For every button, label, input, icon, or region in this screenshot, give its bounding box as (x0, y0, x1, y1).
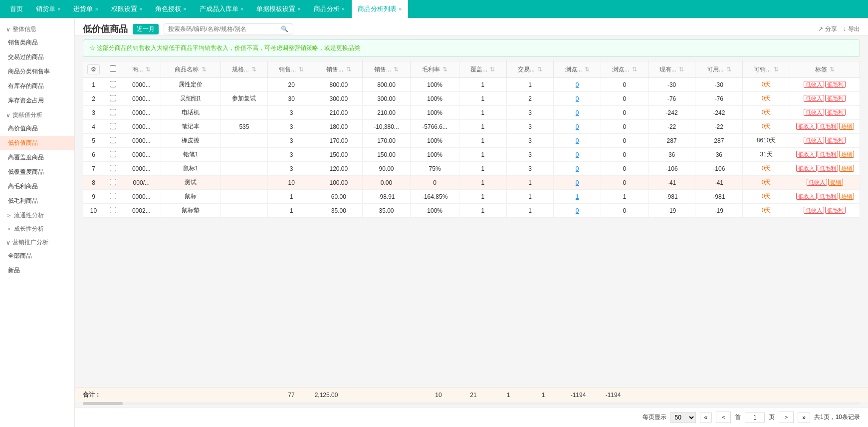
search-icon[interactable]: 🔍 (281, 25, 288, 32)
sidebar-item-low-coverage[interactable]: 低覆盖度商品 (0, 165, 74, 179)
col-code[interactable]: 商... ⇅ (122, 61, 161, 78)
browse-link[interactable]: 0 (576, 207, 579, 214)
cell-checkbox[interactable] (104, 190, 122, 204)
cell-checkbox[interactable] (104, 162, 122, 176)
sidebar-item-low-value[interactable]: 低价值商品 (0, 136, 74, 150)
nav-product-analysis-list[interactable]: 商品分析列表 × (352, 0, 408, 18)
share-button[interactable]: ↗ 分享 (818, 25, 837, 33)
row-checkbox[interactable] (110, 193, 116, 199)
cell-browse1: 0 (554, 120, 601, 134)
nav-product-inbound[interactable]: 产成品入库单 × (194, 0, 249, 18)
cell-checkbox[interactable] (104, 176, 122, 190)
nav-home[interactable]: 首页 (4, 0, 29, 18)
nav-sales-order[interactable]: 销货单 × (30, 0, 66, 18)
col-transaction[interactable]: 交易... ⇅ (506, 61, 554, 78)
sidebar-group-growth[interactable]: ＞ 成长性分析 (0, 222, 74, 235)
cell-margin: -164.85% (411, 190, 459, 204)
browse-link[interactable]: 0 (576, 81, 579, 88)
sidebar-item-traded-products[interactable]: 交易过的商品 (0, 50, 74, 64)
sidebar-item-high-margin[interactable]: 高毛利商品 (0, 179, 74, 194)
sidebar-group-contribution[interactable]: ∨ 贡献值分析 (0, 108, 74, 121)
browse-link[interactable]: 0 (576, 179, 579, 186)
nav-role-auth[interactable]: 角色授权 × (149, 0, 192, 18)
time-filter-button[interactable]: 近一月 (133, 24, 159, 34)
browse-link[interactable]: 0 (576, 165, 579, 172)
gear-column-header[interactable]: ⚙ (83, 61, 104, 78)
nav-permission[interactable]: 权限设置 × (105, 0, 148, 18)
cell-checkbox[interactable] (104, 148, 122, 162)
checkbox-column-header[interactable] (104, 61, 122, 78)
col-coverage[interactable]: 覆盖... ⇅ (459, 61, 506, 78)
row-checkbox[interactable] (110, 165, 116, 171)
col-name[interactable]: 商品名称 ⇅ (161, 61, 220, 78)
cell-spec (220, 106, 268, 120)
sidebar-group-overview[interactable]: ∨ 整体信息 (0, 22, 74, 35)
cell-available-stock: 36 (695, 148, 743, 162)
cell-checkbox[interactable] (104, 106, 122, 120)
col-sales-avg[interactable]: 销售... ⇅ (362, 61, 411, 78)
sidebar-item-capital-occupation[interactable]: 库存资金占用 (0, 93, 74, 108)
sidebar-item-high-coverage[interactable]: 高覆盖度商品 (0, 150, 74, 165)
browse-link[interactable]: 0 (576, 151, 579, 158)
cell-sales-amount: 100.00 (315, 176, 362, 190)
last-page-button[interactable]: » (798, 413, 810, 423)
col-spec[interactable]: 规格... ⇅ (220, 61, 268, 78)
browse-link[interactable]: 0 (576, 109, 579, 116)
row-checkbox[interactable] (110, 123, 116, 129)
nav-template-settings[interactable]: 单据模板设置 × (250, 0, 306, 18)
col-sales-amount[interactable]: 销售... ⇅ (315, 61, 362, 78)
cell-checkbox[interactable] (104, 92, 122, 106)
table-header-row: ⚙ 商... ⇅ 商品名称 ⇅ 规格... ⇅ 销售... ⇅ 销售... ⇅ … (83, 61, 860, 78)
col-current-stock[interactable]: 现有... ⇅ (648, 61, 695, 78)
tag-badge: 热销 (839, 165, 854, 172)
select-all-checkbox[interactable] (110, 65, 116, 72)
search-input[interactable] (168, 25, 278, 32)
col-sellable[interactable]: 可销... ⇅ (743, 61, 790, 78)
sidebar-item-stock-products[interactable]: 有库存的商品 (0, 79, 74, 93)
prev-page-button[interactable]: ＜ (716, 412, 731, 423)
col-sales-qty[interactable]: 销售... ⇅ (268, 61, 315, 78)
nav-purchase-order[interactable]: 进货单 × (67, 0, 104, 18)
tag-badge: 低收入 (796, 193, 817, 200)
col-tags[interactable]: 标签 ⇅ (790, 61, 860, 78)
first-page-button[interactable]: « (700, 413, 712, 423)
cell-checkbox[interactable] (104, 134, 122, 148)
group-label: 整体信息 (12, 25, 36, 33)
sidebar-item-high-value[interactable]: 高价值商品 (0, 121, 74, 136)
export-button[interactable]: ↓ 导出 (843, 25, 860, 33)
page-number-input[interactable] (745, 413, 765, 423)
horizontal-scrollbar[interactable] (83, 402, 860, 405)
row-checkbox[interactable] (110, 179, 116, 185)
gear-settings-btn[interactable]: ⚙ (87, 64, 100, 74)
sidebar-item-low-margin[interactable]: 低毛利商品 (0, 194, 74, 208)
sidebar-group-liquidity[interactable]: ＞ 流通性分析 (0, 208, 74, 222)
per-page-select[interactable]: 50 100 200 (670, 412, 696, 423)
col-available-stock[interactable]: 可用... ⇅ (695, 61, 743, 78)
row-checkbox[interactable] (110, 207, 116, 213)
cell-checkbox[interactable] (104, 120, 122, 134)
sidebar-item-new-products[interactable]: 新品 (0, 263, 74, 278)
col-browse1[interactable]: 浏览... ⇅ (554, 61, 601, 78)
row-checkbox[interactable] (110, 109, 116, 115)
browse-link[interactable]: 0 (576, 95, 579, 102)
cell-sales-qty: 20 (268, 78, 315, 92)
browse-link[interactable]: 1 (576, 193, 579, 200)
cell-checkbox[interactable] (104, 204, 122, 218)
sidebar-group-marketing[interactable]: ∨ 营销推广分析 (0, 235, 74, 249)
cell-browse1: 1 (554, 190, 601, 204)
browse-link[interactable]: 0 (576, 137, 579, 144)
nav-product-analysis[interactable]: 商品分析 × (308, 0, 351, 18)
sidebar-item-sales-products[interactable]: 销售类商品 (0, 35, 74, 50)
col-margin[interactable]: 毛利率 ⇅ (411, 61, 459, 78)
next-page-button[interactable]: ＞ (779, 412, 794, 423)
row-checkbox[interactable] (110, 95, 116, 101)
row-checkbox[interactable] (110, 81, 116, 87)
col-browse2[interactable]: 浏览... ⇅ (601, 61, 649, 78)
browse-link[interactable]: 0 (576, 123, 579, 130)
sidebar-item-all-products[interactable]: 全部商品 (0, 249, 74, 263)
sidebar-item-category-sales-rate[interactable]: 商品分类销售率 (0, 64, 74, 79)
cell-checkbox[interactable] (104, 78, 122, 92)
row-checkbox[interactable] (110, 137, 116, 143)
row-checkbox[interactable] (110, 151, 116, 157)
scrollbar-thumb[interactable] (83, 402, 123, 405)
